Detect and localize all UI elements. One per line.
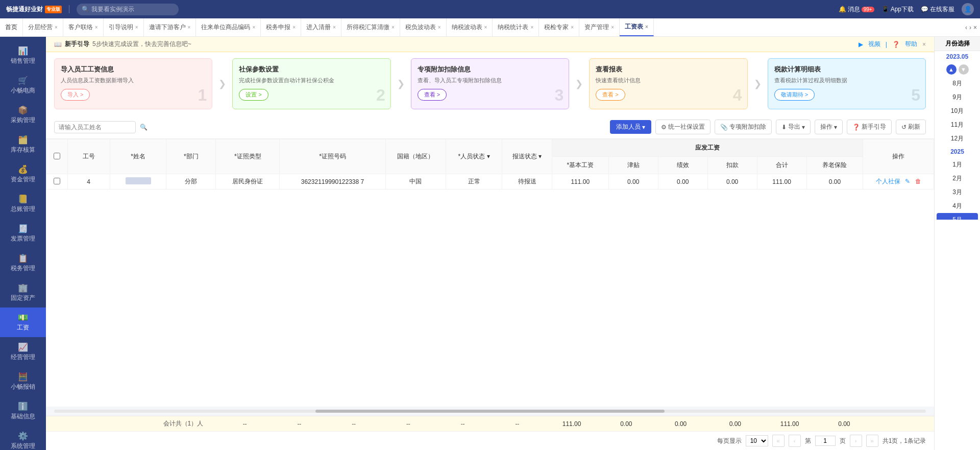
sidebar-item-system[interactable]: ⚙️ 系统管理 (0, 426, 46, 450)
month-item-9[interactable]: 9月 (935, 90, 980, 104)
sidebar-item-basic[interactable]: ℹ️ 基础信息 (0, 396, 46, 426)
tab-3[interactable]: 引导说明× (104, 18, 144, 36)
tab-6[interactable]: 税务申报× (261, 18, 301, 36)
tab-7[interactable]: 进入清册× (301, 18, 341, 36)
tab-next-arrow[interactable]: › (969, 24, 971, 31)
sidebar-item-invoice[interactable]: 🧾 发票管理 (0, 219, 46, 248)
tab-close-salary[interactable]: × (645, 24, 648, 30)
step-1-btn[interactable]: 导入 > (61, 89, 90, 101)
month-item-2[interactable]: 2月 (935, 172, 980, 185)
month-item-12[interactable]: 12月 (935, 132, 980, 146)
tab-close-5[interactable]: × (252, 25, 255, 30)
first-page-btn[interactable]: « (772, 435, 785, 447)
user-avatar[interactable]: 👤 (962, 3, 974, 15)
tab-13[interactable]: 资产管理× (579, 18, 620, 36)
tab-11[interactable]: 纳税统计表× (493, 18, 539, 36)
tab-close-8[interactable]: × (391, 25, 395, 30)
tab-close-all[interactable]: × (973, 24, 977, 31)
refresh-btn[interactable]: ↺ 刷新 (896, 120, 926, 134)
tab-9[interactable]: 税负波动表× (400, 18, 447, 36)
sidebar-item-assets[interactable]: 🏢 固定资产 (0, 278, 46, 307)
tab-close-1[interactable]: × (55, 25, 58, 30)
submit-filter-icon[interactable]: ▾ (538, 153, 542, 160)
tab-close-7[interactable]: × (333, 25, 336, 30)
prev-page-btn[interactable]: ‹ (789, 435, 801, 447)
sidebar-item-expense[interactable]: 🧮 小畅报销 (0, 367, 46, 396)
sidebar-item-inventory[interactable]: 🗂️ 库存核算 (0, 130, 46, 159)
tab-close-2[interactable]: × (95, 25, 98, 30)
row-checkbox-cell (46, 174, 68, 190)
sidebar-item-sales[interactable]: 📊 销售管理 (0, 41, 46, 70)
step-2-btn[interactable]: 设置 > (239, 89, 268, 101)
month-item-8[interactable]: 8月 (935, 77, 980, 90)
tab-close-3[interactable]: × (135, 25, 138, 30)
last-page-btn[interactable]: » (866, 435, 878, 447)
month-item-1[interactable]: 1月 (935, 158, 980, 172)
col-basic-salary-header: *基本工资 (552, 157, 608, 174)
export-btn[interactable]: ⬇ 导出 ▾ (776, 120, 811, 134)
tab-5[interactable]: 往来单位商品编码× (196, 18, 261, 36)
tab-8[interactable]: 所得税汇算清缴× (341, 18, 400, 36)
month-item-3[interactable]: 3月 (935, 185, 980, 199)
search-btn[interactable]: 🔍 (140, 124, 148, 131)
current-page-input[interactable] (815, 436, 836, 446)
sidebar-item-operations[interactable]: 📈 经营管理 (0, 337, 46, 367)
per-page-select[interactable]: 10 20 50 (746, 435, 768, 446)
tab-12[interactable]: 税检专家× (539, 18, 579, 36)
step-3-btn[interactable]: 查看 > (418, 89, 447, 101)
bell-icon: 🔔 (839, 6, 846, 13)
actions-btn[interactable]: 操作 ▾ (815, 120, 843, 134)
tab-4[interactable]: 邀请下游客户× (144, 18, 197, 36)
tab-close-11[interactable]: × (530, 25, 533, 30)
sidebar-item-finance[interactable]: 💰 资金管理 (0, 159, 46, 189)
month-up-btn[interactable]: ▲ (946, 64, 957, 75)
month-item-5[interactable]: 5月 (937, 213, 978, 220)
tab-close-12[interactable]: × (571, 25, 574, 30)
steps-area: 导入员工工资信息 人员信息及工资数据新增导入 导入 > 1 ❯ 社保参数设置 完… (46, 52, 934, 115)
sidebar-item-tax[interactable]: 📋 税务管理 (0, 248, 46, 278)
online-service-btn[interactable]: 💬 在线客服 (921, 5, 954, 14)
month-item-10[interactable]: 10月 (935, 104, 980, 118)
tab-2[interactable]: 客户联络× (63, 18, 104, 36)
row-action-edit[interactable]: ✎ (905, 178, 910, 185)
horizontal-scrollbar[interactable] (54, 410, 926, 413)
add-person-btn[interactable]: 添加人员 ▾ (610, 120, 651, 134)
search-input[interactable] (54, 121, 136, 133)
app-download-btn[interactable]: 📱 App下载 (881, 5, 914, 14)
sidebar-item-purchase[interactable]: 📦 采购管理 (0, 100, 46, 130)
tab-bar: 首页 分层经营× 客户联络× 引导说明× 邀请下游客户× 往来单位商品编码× 税… (0, 18, 980, 37)
sidebar-item-ecommerce[interactable]: 🛒 小畅电商 (0, 70, 46, 100)
row-action-delete[interactable]: 🗑 (915, 178, 921, 185)
sidebar-item-ledger[interactable]: 📒 总账管理 (0, 189, 46, 219)
special-deduct-btn[interactable]: 📎 专项附加扣除 (715, 120, 772, 134)
export-icon: ⬇ (781, 124, 787, 131)
tab-close-6[interactable]: × (292, 25, 296, 30)
tab-1[interactable]: 分层经营× (23, 18, 63, 36)
unified-settings-btn[interactable]: ⚙ 统一社保设置 (655, 120, 710, 134)
row-checkbox[interactable] (54, 178, 60, 184)
row-action-social[interactable]: 个人社保 (876, 178, 900, 185)
guide-video-label[interactable]: 视频 (868, 40, 880, 49)
step-5-btn[interactable]: 敬请期待 > (774, 89, 815, 101)
search-box[interactable]: 🔍 我要看实例演示 (77, 4, 179, 15)
tab-prev-arrow[interactable]: ‹ (965, 24, 967, 31)
tab-close-4[interactable]: × (188, 25, 191, 30)
tab-10[interactable]: 纳税波动表× (447, 18, 493, 36)
month-item-4[interactable]: 4月 (935, 199, 980, 213)
tab-close-13[interactable]: × (611, 25, 614, 30)
select-all-checkbox[interactable] (54, 153, 60, 159)
newguide-toolbar-btn[interactable]: ❓ 新手引导 (847, 120, 892, 134)
tab-home[interactable]: 首页 (0, 18, 23, 36)
guide-help-label[interactable]: 帮助 (905, 40, 917, 49)
status-filter-icon[interactable]: ▾ (487, 153, 490, 160)
tab-close-9[interactable]: × (438, 25, 441, 30)
month-item-11[interactable]: 11月 (935, 118, 980, 132)
message-btn[interactable]: 🔔 消息 99+ (839, 5, 874, 14)
tab-salary[interactable]: 工资表× (620, 18, 654, 36)
tab-close-10[interactable]: × (484, 25, 487, 30)
next-page-btn[interactable]: › (850, 435, 862, 447)
sidebar-item-salary[interactable]: 💵 工资 (0, 307, 46, 337)
step-4-btn[interactable]: 查看 > (596, 89, 625, 101)
guide-close-icon[interactable]: × (922, 41, 926, 48)
month-down-btn[interactable]: ▼ (959, 64, 969, 75)
